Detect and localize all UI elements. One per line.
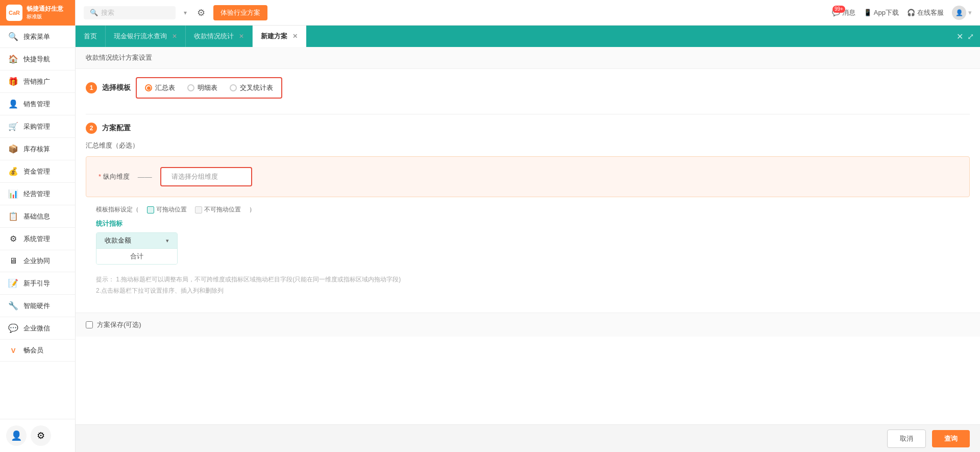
radio-summary[interactable]: 汇总表	[145, 83, 175, 92]
query-button[interactable]: 查询	[932, 430, 970, 447]
tab-bank-flow[interactable]: 现金银行流水查询 ✕	[106, 26, 186, 47]
notification-badge: 💬 99+	[832, 9, 840, 16]
tab-collection-stats-close-icon[interactable]: ✕	[239, 33, 244, 40]
tab-bank-flow-label: 现金银行流水查询	[114, 32, 167, 41]
content-area: 收款情况统计方案设置 1 选择模板 汇总表	[76, 47, 980, 424]
smart-hw-icon: 🔧	[8, 301, 18, 311]
tab-bank-flow-close-icon[interactable]: ✕	[172, 33, 177, 40]
tab-collection-stats[interactable]: 收款情况统计 ✕	[186, 26, 253, 47]
radio-summary-label: 汇总表	[155, 83, 175, 92]
sidebar-item-label: 系统管理	[23, 234, 50, 244]
metrics-col-header: 收款金额 ▾	[96, 233, 177, 249]
metrics-table: 收款金额 ▾ 合计	[96, 232, 178, 265]
metrics-title-close-paren: ）	[249, 205, 255, 214]
topbar-right: 💬 99+ 消息 📱 App下载 🎧 在线客服 👤 ▾	[832, 6, 972, 20]
metrics-col-chevron-icon[interactable]: ▾	[166, 237, 169, 244]
sidebar-item-search-menu[interactable]: 🔍 搜索菜单	[0, 26, 75, 48]
non-draggable-box-icon	[195, 206, 202, 213]
tips-section: 提示： 1.拖动标题栏可以调整布局，不可跨维度或指标区域拖动栏目字段(只能在同一…	[86, 270, 970, 304]
search-menu-icon: 🔍	[8, 32, 18, 41]
sidebar-item-basic-info[interactable]: 📋 基础信息	[0, 205, 75, 228]
radio-detail-label: 明细表	[198, 83, 217, 92]
sidebar-item-label: 畅会员	[23, 346, 43, 355]
sidebar-item-label: 资金管理	[23, 167, 50, 176]
app-download-icon: 📱	[864, 9, 872, 16]
tab-new-plan[interactable]: 新建方案 ✕	[253, 26, 306, 47]
notification-item[interactable]: 💬 99+ 消息	[832, 8, 855, 17]
step2-section: 2 方案配置 汇总维度（必选） * 纵向维度 —— 请选择分组维度 模板指	[76, 114, 980, 313]
sidebar-item-wechat[interactable]: 💬 企业微信	[0, 317, 75, 340]
page-title: 收款情况统计方案设置	[76, 47, 980, 69]
sidebar-item-label: 新手引导	[23, 279, 50, 288]
radio-detail-circle	[187, 84, 194, 91]
enterprise-icon: 🖥	[8, 256, 18, 266]
app-download-label: App下载	[874, 8, 899, 17]
radio-cross-circle	[230, 84, 237, 91]
dimension-arrow-icon: ——	[138, 173, 152, 181]
online-service-label: 在线客服	[917, 8, 944, 17]
app-download-item[interactable]: 📱 App下载	[864, 8, 899, 17]
sidebar-logo: CaR 畅捷通好生意 标准版	[0, 0, 75, 26]
draggable-badge: 可拖动位置	[147, 205, 187, 214]
sidebar-item-marketing[interactable]: 🎁 营销推广	[0, 70, 75, 93]
step2-num: 2	[86, 123, 97, 134]
sidebar-item-management[interactable]: 📊 经营管理	[0, 183, 75, 205]
management-icon: 📊	[8, 189, 18, 199]
sidebar-item-enterprise[interactable]: 🖥 企业协同	[0, 250, 75, 272]
system-icon: ⚙	[8, 234, 18, 244]
sidebar: CaR 畅捷通好生意 标准版 🔍 搜索菜单 🏠 快捷导航 🎁 营销推广 👤 销售…	[0, 0, 76, 452]
radio-detail[interactable]: 明细表	[187, 83, 217, 92]
avatar-icon: 👤	[952, 6, 966, 20]
sidebar-item-member[interactable]: V 畅会员	[0, 340, 75, 362]
tab-home[interactable]: 首页	[76, 26, 106, 47]
metrics-title-text: 模板指标设定（	[96, 205, 139, 214]
user-avatar[interactable]: 👤 ▾	[952, 6, 972, 20]
dimension-row-label: * 纵向维度	[99, 172, 130, 181]
sidebar-item-newbie[interactable]: 📝 新手引导	[0, 272, 75, 295]
sidebar-settings-icon[interactable]: ⚙	[31, 425, 51, 446]
save-option-row: 方案保存(可选)	[76, 313, 980, 337]
search-box[interactable]: 🔍 搜索	[84, 6, 176, 19]
tab-home-label: 首页	[84, 32, 97, 41]
industry-btn[interactable]: 体验行业方案	[213, 5, 267, 20]
quick-nav-icon: 🏠	[8, 54, 18, 64]
radio-cross[interactable]: 交叉统计表	[230, 83, 273, 92]
sidebar-item-label: 基础信息	[23, 212, 50, 221]
logo-icon-text: CaR	[9, 10, 20, 16]
sidebar-item-label: 企业微信	[23, 324, 50, 333]
search-icon: 🔍	[90, 9, 98, 16]
sidebar-item-finance[interactable]: 💰 资金管理	[0, 160, 75, 183]
metrics-col-header-text: 收款金额	[105, 236, 131, 245]
finance-icon: 💰	[8, 166, 18, 176]
purchase-icon: 🛒	[8, 122, 18, 131]
topbar-dropdown-icon[interactable]: ▾	[184, 9, 187, 16]
radio-summary-circle	[145, 84, 152, 91]
tab-new-plan-close-icon[interactable]: ✕	[292, 33, 298, 40]
cancel-button[interactable]: 取消	[887, 430, 926, 448]
sidebar-item-label: 库存核算	[23, 145, 50, 154]
newbie-icon: 📝	[8, 278, 18, 288]
wechat-icon: 💬	[8, 323, 18, 333]
member-icon: V	[8, 347, 18, 354]
tip-2: 2.点击标题栏下拉可设置排序、插入列和删除列	[96, 286, 960, 297]
sidebar-item-system[interactable]: ⚙ 系统管理	[0, 228, 75, 250]
save-checkbox[interactable]	[86, 321, 93, 328]
topbar-gear-icon[interactable]: ⚙	[197, 7, 205, 18]
main-area: 🔍 搜索 ▾ ⚙ 体验行业方案 💬 99+ 消息 📱 App下载 🎧 在线客服	[76, 0, 980, 452]
logo-icon: CaR	[6, 5, 22, 21]
tabbar-close-btn[interactable]: ✕	[957, 32, 963, 41]
tabbar-expand-btn[interactable]: ⤢	[967, 32, 974, 41]
sidebar-item-smart-hw[interactable]: 🔧 智能硬件	[0, 295, 75, 317]
sidebar-user-icon[interactable]: 👤	[6, 425, 27, 446]
dimension-select-box[interactable]: 请选择分组维度	[160, 167, 252, 186]
sidebar-item-purchase[interactable]: 🛒 采购管理	[0, 115, 75, 138]
sidebar-item-quick-nav[interactable]: 🏠 快捷导航	[0, 48, 75, 70]
tip-1: 提示： 1.拖动标题栏可以调整布局，不可跨维度或指标区域拖动栏目字段(只能在同一…	[96, 274, 960, 286]
draggable-label: 可拖动位置	[156, 205, 187, 214]
sidebar-item-label: 智能硬件	[23, 301, 50, 311]
sidebar-item-sales[interactable]: 👤 销售管理	[0, 93, 75, 115]
metrics-header: 模板指标设定（ 可拖动位置 不可拖动位置 ）	[96, 205, 960, 214]
sidebar-item-inventory[interactable]: 📦 库存核算	[0, 138, 75, 160]
save-option-label: 方案保存(可选)	[97, 320, 141, 329]
online-service-item[interactable]: 🎧 在线客服	[907, 8, 944, 17]
